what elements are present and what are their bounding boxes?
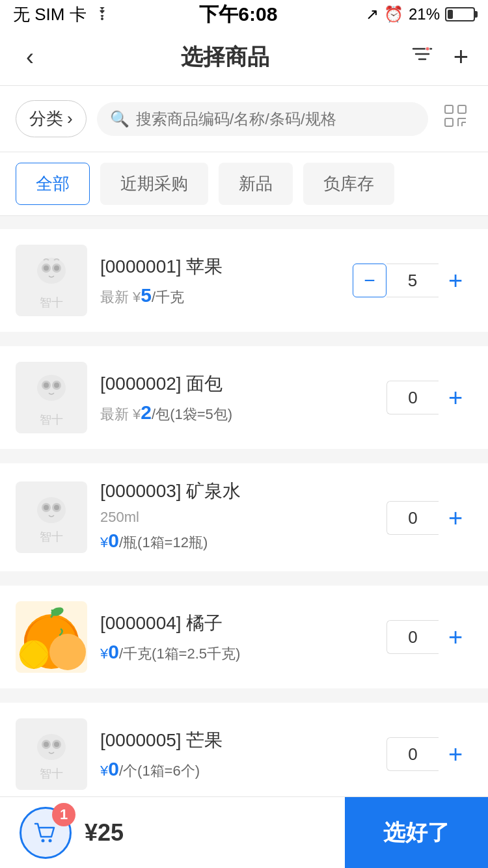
quantity-input-0000003[interactable] <box>386 501 439 535</box>
category-button[interactable]: 分类 › <box>16 100 87 137</box>
tab-bar: 全部 近期采购 新品 负库存 <box>0 152 488 216</box>
product-name-0000002: [0000002] 面包 <box>100 372 376 396</box>
svg-point-35 <box>37 734 66 760</box>
scan-button[interactable] <box>439 99 472 139</box>
svg-rect-5 <box>445 105 453 113</box>
quantity-input-0000002[interactable] <box>386 381 439 414</box>
cart-total: ¥25 <box>85 819 124 847</box>
location-icon: ↗ <box>366 5 379 23</box>
product-item-0000005: 智十 [0000005] 芒果 ¥0/个(1箱=6个) + <box>0 703 488 806</box>
status-left: 无 SIM 卡 <box>13 3 111 26</box>
search-box: 🔍 <box>97 102 428 136</box>
increase-button-0000003[interactable]: + <box>439 501 472 535</box>
product-image-0000003: 智十 <box>16 481 87 553</box>
add-button[interactable]: + <box>454 42 468 72</box>
increase-button-0000004[interactable]: + <box>439 620 472 654</box>
product-name-0000003: [0000003] 矿泉水 <box>100 479 376 504</box>
wifi-icon <box>93 5 111 25</box>
gap3 <box>0 573 488 586</box>
product-price-0000004: ¥0/千克(1箱=2.5千克) <box>100 641 376 664</box>
svg-point-25 <box>44 505 49 510</box>
product-info-0000004: [0000004] 橘子 ¥0/千克(1箱=2.5千克) <box>100 611 376 664</box>
svg-rect-7 <box>445 118 453 126</box>
svg-point-0 <box>101 18 103 20</box>
quantity-input-0000005[interactable] <box>386 737 439 771</box>
product-name-0000005: [0000005] 芒果 <box>100 728 376 753</box>
product-price-0000001: 最新 ¥5/千克 <box>100 284 342 307</box>
quantity-control-0000003: + <box>386 501 472 535</box>
svg-point-16 <box>54 265 59 271</box>
product-info-0000001: [0000001] 苹果 最新 ¥5/千克 <box>100 254 342 307</box>
owl-icon-2 <box>32 368 71 409</box>
product-image-0000001: 智十 <box>16 245 87 316</box>
product-info-0000005: [0000005] 芒果 ¥0/个(1箱=6个) <box>100 728 376 781</box>
svg-point-4 <box>426 47 429 51</box>
increase-button-0000005[interactable]: + <box>439 737 472 771</box>
svg-point-15 <box>44 265 49 271</box>
decrease-button-0000001[interactable]: − <box>353 264 386 297</box>
cart-wrapper: 1 <box>20 807 72 859</box>
product-image-0000004 <box>16 601 87 673</box>
tab-recent[interactable]: 近期采购 <box>100 163 208 205</box>
filter-icon[interactable] <box>411 42 434 72</box>
cart-badge: 1 <box>52 803 75 826</box>
status-bar: 无 SIM 卡 下午6:08 ↗ ⏰ 21% <box>0 0 488 29</box>
quantity-control-0000004: + <box>386 620 472 654</box>
product-price-0000005: ¥0/个(1箱=6个) <box>100 758 376 781</box>
svg-point-12 <box>37 258 66 284</box>
page-title: 选择商品 <box>181 42 269 72</box>
product-image-0000002: 智十 <box>16 362 87 433</box>
svg-point-26 <box>54 505 59 510</box>
bottom-bar: 1 ¥25 选好了 <box>0 796 488 868</box>
product-info-0000002: [0000002] 面包 最新 ¥2/包(1袋=5包) <box>100 372 376 424</box>
product-item-0000001: 智十 [0000001] 苹果 最新 ¥5/千克 − + <box>0 229 488 332</box>
product-item-0000004: [0000004] 橘子 ¥0/千克(1箱=2.5千克) + <box>0 586 488 688</box>
category-chevron: › <box>67 109 73 129</box>
product-info-0000003: [0000003] 矿泉水 250ml ¥0/瓶(1箱=12瓶) <box>100 479 376 552</box>
cart-area: 1 ¥25 <box>0 807 143 859</box>
status-time: 下午6:08 <box>199 1 277 28</box>
quantity-input-0000001[interactable] <box>386 264 439 297</box>
gap1 <box>0 333 488 346</box>
status-right: ↗ ⏰ 21% <box>366 5 475 23</box>
svg-point-51 <box>49 839 52 842</box>
product-item-0000003: 智十 [0000003] 矿泉水 250ml ¥0/瓶(1箱=12瓶) + <box>0 463 488 571</box>
tab-new[interactable]: 新品 <box>219 163 293 205</box>
increase-button-0000002[interactable]: + <box>439 381 472 414</box>
tab-all[interactable]: 全部 <box>16 163 90 205</box>
svg-point-20 <box>44 383 49 388</box>
placeholder-text: 智十 <box>40 295 63 310</box>
owl-icon <box>32 251 71 292</box>
quantity-control-0000005: + <box>386 737 472 771</box>
tab-negative[interactable]: 负库存 <box>303 163 394 205</box>
section-gap <box>0 216 488 229</box>
product-item-0000002: 智十 [0000002] 面包 最新 ¥2/包(1袋=5包) + <box>0 346 488 449</box>
product-list: 智十 [0000001] 苹果 最新 ¥5/千克 − + <box>0 229 488 868</box>
gap4 <box>0 690 488 703</box>
quantity-control-0000001: − + <box>353 264 472 297</box>
svg-point-21 <box>54 383 59 388</box>
gap2 <box>0 450 488 463</box>
alarm-icon: ⏰ <box>384 5 403 23</box>
svg-point-22 <box>37 497 66 523</box>
carrier-text: 无 SIM 卡 <box>13 3 87 26</box>
confirm-button[interactable]: 选好了 <box>345 797 488 868</box>
svg-point-31 <box>49 634 86 670</box>
battery-icon <box>445 7 475 21</box>
nav-bar: ‹ 选择商品 + <box>0 29 488 86</box>
filter-bar: 分类 › 🔍 <box>0 86 488 152</box>
category-label: 分类 <box>29 107 63 130</box>
quantity-input-0000004[interactable] <box>386 620 439 654</box>
search-input[interactable] <box>136 110 415 128</box>
svg-point-50 <box>42 839 45 842</box>
product-name-0000001: [0000001] 苹果 <box>100 254 342 279</box>
svg-point-39 <box>54 742 59 747</box>
svg-rect-6 <box>458 105 466 113</box>
product-image-0000005: 智十 <box>16 718 87 790</box>
product-price-0000003: ¥0/瓶(1箱=12瓶) <box>100 530 376 552</box>
svg-point-38 <box>44 742 49 747</box>
back-button[interactable]: ‹ <box>20 37 40 77</box>
increase-button-0000001[interactable]: + <box>439 264 472 297</box>
nav-actions: + <box>411 42 468 72</box>
svg-point-17 <box>37 375 66 401</box>
